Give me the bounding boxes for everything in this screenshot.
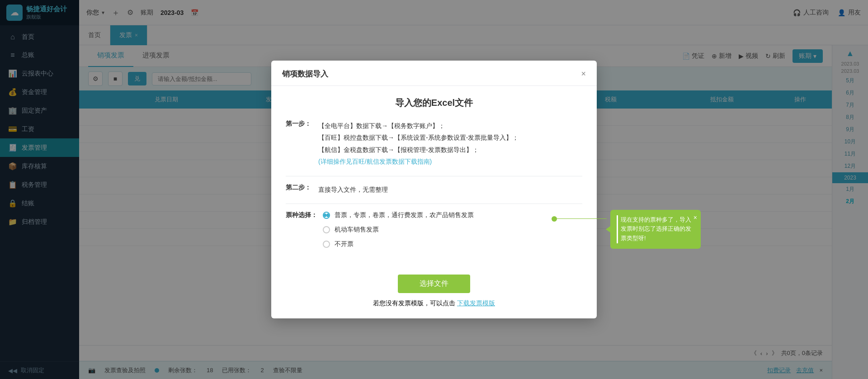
footer-text-row: 若您没有发票模版，可以点击 下载发票模版 bbox=[373, 299, 495, 308]
radio-1-label: 普票，专票，卷票，通行费发票，农产品销售发票 bbox=[335, 211, 474, 219]
modal-overlay: 销项数据导入 × 导入您的Excel文件 第一步： 【全电平台】数据下载→【税务… bbox=[0, 0, 868, 379]
radio-1-circle bbox=[323, 212, 330, 219]
modal-title: 销项数据导入 bbox=[282, 69, 328, 79]
select-file-button[interactable]: 选择文件 bbox=[398, 275, 470, 293]
modal-footer: 选择文件 若您没有发票模版，可以点击 下载发票模版 bbox=[271, 267, 597, 318]
tooltip-arrow bbox=[606, 226, 610, 232]
ticket-choice-label: 票种选择： bbox=[286, 211, 317, 248]
step2-label: 第二步： bbox=[286, 184, 313, 196]
modal-header: 销项数据导入 × bbox=[271, 61, 597, 86]
step2-row: 第二步： 直接导入文件，无需整理 bbox=[286, 184, 582, 196]
step1-content: 【全电平台】数据下载→【税务数字账户】； 【百旺】税控盘数据下载→【系统设置-系… bbox=[318, 120, 519, 168]
divider bbox=[286, 176, 582, 176]
radio-2-label: 机动车销售发票 bbox=[335, 226, 379, 234]
import-modal: 销项数据导入 × 导入您的Excel文件 第一步： 【全电平台】数据下载→【税务… bbox=[271, 61, 597, 319]
download-template-link[interactable]: 下载发票模版 bbox=[457, 299, 495, 307]
radio-2-circle bbox=[323, 226, 330, 233]
step2-content: 直接导入文件，无需整理 bbox=[318, 184, 388, 196]
radio-item-2[interactable]: 机动车销售发票 bbox=[323, 226, 474, 234]
modal-close-button[interactable]: × bbox=[581, 69, 586, 79]
step1-row: 第一步： 【全电平台】数据下载→【税务数字账户】； 【百旺】税控盘数据下载→【系… bbox=[286, 120, 582, 168]
footer-text: 若您没有发票模版，可以点击 bbox=[373, 299, 455, 307]
step1-line-3: 【航信】金税盘数据下载→【报税管理-发票数据导出】； bbox=[318, 144, 519, 156]
step1-label: 第一步： bbox=[286, 120, 313, 168]
radio-3-label: 不开票 bbox=[335, 240, 354, 248]
tooltip-text: 现在支持的票种多了，导入发票时别忘了选择正确的发票类型呀! bbox=[617, 215, 694, 243]
step1-link[interactable]: (详细操作见百旺/航信发票数据下载指南) bbox=[318, 158, 432, 165]
tooltip-close-icon[interactable]: × bbox=[693, 213, 697, 223]
radio-item-1[interactable]: 普票，专票，卷票，通行费发票，农产品销售发票 bbox=[323, 211, 474, 219]
tooltip-bubble: 现在支持的票种多了，导入发票时别忘了选择正确的发票类型呀! × bbox=[610, 210, 701, 249]
tooltip-dot bbox=[552, 216, 557, 222]
tooltip-container: 现在支持的票种多了，导入发票时别忘了选择正确的发票类型呀! × bbox=[610, 210, 701, 249]
divider2 bbox=[286, 204, 582, 204]
import-title: 导入您的Excel文件 bbox=[286, 97, 582, 109]
modal-body: 导入您的Excel文件 第一步： 【全电平台】数据下载→【税务数字账户】； 【百… bbox=[271, 86, 597, 268]
radio-3-circle bbox=[323, 241, 330, 248]
ticket-choice-row: 票种选择： 普票，专票，卷票，通行费发票，农产品销售发票 机动车销售发票 不开票 bbox=[286, 211, 582, 248]
step1-line-2: 【百旺】税控盘数据下载→【系统设置-系统参数设置-发票批量导入】； bbox=[318, 132, 519, 144]
step1-line-1: 【全电平台】数据下载→【税务数字账户】； bbox=[318, 120, 519, 132]
radio-item-3[interactable]: 不开票 bbox=[323, 240, 474, 248]
radio-group: 普票，专票，卷票，通行费发票，农产品销售发票 机动车销售发票 不开票 bbox=[323, 211, 474, 248]
tooltip-line bbox=[556, 218, 607, 219]
